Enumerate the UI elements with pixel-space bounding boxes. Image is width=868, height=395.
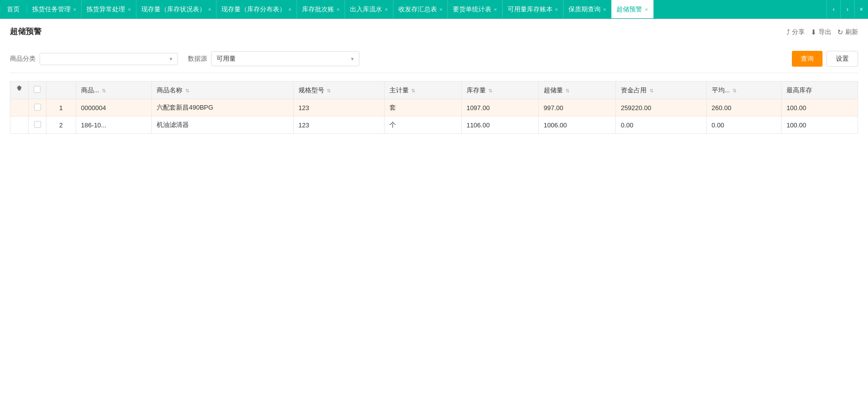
sort-product-code-icon: ⇅	[102, 88, 106, 93]
row-checkbox-cell[interactable]	[29, 117, 46, 134]
row-product-code: 0000004	[76, 99, 151, 117]
refresh-button[interactable]: ↻ 刷新	[837, 28, 858, 37]
row-spec: 123	[293, 99, 384, 117]
nav-tab-6[interactable]: 出入库流水 ×	[345, 0, 393, 18]
close-tab-2[interactable]: ×	[128, 6, 130, 12]
sort-over-stock-icon: ⇅	[565, 88, 569, 93]
close-tab-8[interactable]: ×	[494, 6, 497, 12]
datasource-filter-group: 数据源 可用量 ▾	[188, 51, 359, 66]
row-max-stock: 100.00	[781, 99, 858, 117]
select-all-checkbox[interactable]	[34, 86, 41, 93]
nav-arrow-right[interactable]: ›	[840, 0, 854, 19]
row-unit: 个	[384, 117, 461, 134]
page-content: 超储预警 ⤴ 分享 ⬇ 导出 ↻ 刷新 商品分类 ▾ 数据源	[0, 19, 868, 395]
close-tab-11[interactable]: ×	[645, 6, 648, 12]
gear-icon	[15, 85, 23, 93]
sort-capital-icon: ⇅	[650, 88, 653, 93]
nav-arrows: ‹ › ×	[826, 0, 868, 19]
row-num-cell: 2	[46, 117, 76, 134]
data-table: 商品... ⇅ 商品名称 ⇅ 规格型号 ⇅ 主计量 ⇅ 库存量 ⇅	[10, 81, 858, 134]
row-checkbox-2[interactable]	[34, 121, 41, 128]
nav-arrow-close[interactable]: ×	[854, 0, 868, 19]
th-product-name[interactable]: 商品名称 ⇅	[152, 81, 294, 99]
sort-avg-icon: ⇅	[733, 88, 737, 93]
row-avg: 0.00	[706, 117, 781, 134]
datasource-label: 数据源	[188, 54, 207, 63]
close-tab-7[interactable]: ×	[439, 6, 442, 12]
settings-button[interactable]: 设置	[826, 51, 858, 67]
row-gear-cell	[10, 117, 29, 134]
th-product-code[interactable]: 商品... ⇅	[76, 81, 151, 99]
datasource-select-value: 可用量	[217, 54, 236, 63]
sort-stock-icon: ⇅	[488, 88, 492, 93]
nav-tab-4[interactable]: 现存量（库存分布表） ×	[217, 0, 297, 18]
table-row[interactable]: 1 0000004 六配套新昌490BPG 123 套 1097.00 997.…	[10, 99, 858, 117]
table-row[interactable]: 2 186-10... 机油滤清器 123 个 1106.00 1006.00 …	[10, 117, 858, 134]
datasource-select[interactable]: 可用量 ▾	[211, 51, 359, 66]
close-tab-9[interactable]: ×	[555, 6, 558, 12]
th-spec[interactable]: 规格型号 ⇅	[293, 81, 384, 99]
th-num	[46, 81, 76, 99]
export-button[interactable]: ⬇ 导出	[811, 28, 831, 37]
nav-tab-8[interactable]: 要货单统计表 ×	[448, 0, 502, 18]
top-navigation: 首页 拣货任务管理 × 拣货异常处理 × 现存量（库存状况表） × 现存量（库存…	[0, 0, 868, 19]
close-tab-5[interactable]: ×	[337, 6, 340, 12]
refresh-icon: ↻	[837, 28, 843, 36]
nav-tab-2[interactable]: 拣货异常处理 ×	[82, 0, 136, 18]
close-tab-6[interactable]: ×	[385, 6, 388, 12]
nav-tab-3[interactable]: 现存量（库存状况表） ×	[136, 0, 217, 18]
th-stock[interactable]: 库存量 ⇅	[461, 81, 538, 99]
th-avg[interactable]: 平均... ⇅	[706, 81, 781, 99]
category-label: 商品分类	[10, 54, 36, 63]
nav-tab-5[interactable]: 库存批次账 ×	[297, 0, 345, 18]
nav-tab-9[interactable]: 可用量库存账本 ×	[503, 0, 564, 18]
nav-arrow-left[interactable]: ‹	[826, 0, 840, 19]
row-avg: 260.00	[706, 99, 781, 117]
close-tab-4[interactable]: ×	[288, 6, 291, 12]
th-max-stock[interactable]: 最高库存	[781, 81, 858, 99]
sort-unit-icon: ⇅	[411, 88, 415, 93]
close-tab-3[interactable]: ×	[208, 6, 211, 12]
nav-tab-11[interactable]: 超储预警 ×	[611, 0, 653, 18]
row-gear-cell	[10, 99, 29, 117]
category-select[interactable]: ▾	[40, 53, 178, 65]
page-header: 超储预警 ⤴ 分享 ⬇ 导出 ↻ 刷新	[10, 27, 858, 37]
query-button[interactable]: 查询	[792, 51, 823, 67]
close-tab-1[interactable]: ×	[73, 6, 76, 12]
th-gear[interactable]	[10, 81, 29, 99]
th-checkbox[interactable]	[29, 81, 46, 99]
row-product-code: 186-10...	[76, 117, 151, 134]
row-checkbox-cell[interactable]	[29, 99, 46, 117]
row-stock: 1106.00	[461, 117, 538, 134]
nav-tab-1[interactable]: 拣货任务管理 ×	[27, 0, 82, 18]
th-unit[interactable]: 主计量 ⇅	[384, 81, 461, 99]
sort-spec-icon: ⇅	[327, 88, 331, 93]
share-button[interactable]: ⤴ 分享	[786, 28, 805, 37]
close-tab-10[interactable]: ×	[603, 6, 606, 12]
row-stock: 1097.00	[461, 99, 538, 117]
row-over-stock: 997.00	[538, 99, 615, 117]
table-header-row: 商品... ⇅ 商品名称 ⇅ 规格型号 ⇅ 主计量 ⇅ 库存量 ⇅	[10, 81, 858, 99]
table-body: 1 0000004 六配套新昌490BPG 123 套 1097.00 997.…	[10, 99, 858, 134]
category-chevron-icon: ▾	[170, 56, 173, 62]
th-over-stock[interactable]: 超储量 ⇅	[538, 81, 615, 99]
nav-tab-7[interactable]: 收发存汇总表 ×	[393, 0, 448, 18]
row-spec: 123	[293, 117, 384, 134]
row-capital: 259220.00	[615, 99, 706, 117]
nav-home[interactable]: 首页	[0, 5, 27, 14]
row-num-cell: 1	[46, 99, 76, 117]
row-over-stock: 1006.00	[538, 117, 615, 134]
category-filter-group: 商品分类 ▾	[10, 53, 178, 65]
row-capital: 0.00	[615, 117, 706, 134]
row-unit: 套	[384, 99, 461, 117]
share-icon: ⤴	[786, 28, 790, 36]
filter-bar: 商品分类 ▾ 数据源 可用量 ▾ 查询 设置	[10, 45, 858, 73]
row-product-name: 六配套新昌490BPG	[152, 99, 294, 117]
row-checkbox-1[interactable]	[34, 104, 41, 111]
filter-actions: 查询 设置	[792, 51, 858, 67]
datasource-chevron-icon: ▾	[351, 56, 354, 62]
th-capital[interactable]: 资金占用 ⇅	[615, 81, 706, 99]
nav-tab-10[interactable]: 保质期查询 ×	[564, 0, 611, 18]
row-max-stock: 100.00	[781, 117, 858, 134]
page-title: 超储预警	[10, 27, 42, 37]
